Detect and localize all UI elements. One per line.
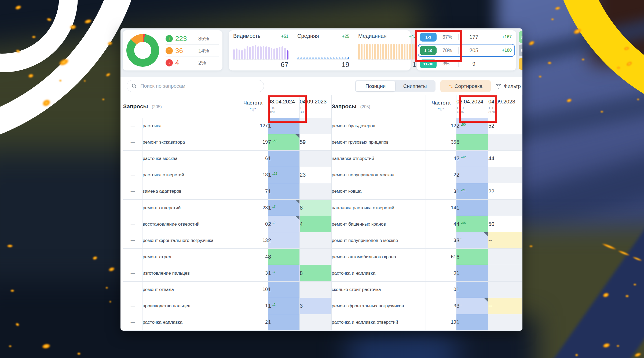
- query-row[interactable]: — ремонт экскаватора 19 7▴52 59: [123, 134, 331, 150]
- query-row[interactable]: — расточка отверстий 18 1▴22 23: [123, 167, 331, 183]
- query-row[interactable]: наплавка расточка отверстий 14 1: [332, 200, 522, 216]
- position-delta: ▴50: [461, 123, 466, 126]
- position-delta: ▴21: [461, 188, 466, 192]
- position-cell-previous: [488, 167, 522, 183]
- query-row[interactable]: — расточка 127 1: [123, 118, 331, 134]
- query-cell: расточка отверстий: [142, 167, 238, 183]
- row-drag-handle[interactable]: —: [123, 167, 142, 183]
- query-row[interactable]: ремонт полуприцепов в москве 3 3↑ --: [332, 232, 522, 249]
- query-row[interactable]: — расточка наплавка 2 1: [123, 314, 331, 330]
- query-cell: производство пальцев: [142, 298, 238, 314]
- position-cell-previous: [299, 249, 331, 265]
- metric-value: 19: [342, 61, 349, 69]
- median-bar: [364, 44, 365, 59]
- sort-button[interactable]: ↑↓ Сортировка: [440, 80, 491, 92]
- query-cell: ремонт бульдозеров: [332, 118, 426, 134]
- top-filter-chip[interactable]: [519, 58, 522, 70]
- position-delta: ▴22: [272, 172, 277, 176]
- visibility-bar: [257, 46, 259, 59]
- summary-row-up: ↑ 223 85%: [166, 33, 219, 45]
- row-drag-handle[interactable]: —: [123, 118, 142, 134]
- range-delta: +167: [502, 35, 512, 39]
- row-drag-handle[interactable]: —: [123, 216, 142, 232]
- visibility-bar: [276, 48, 278, 59]
- range-percent: 3%: [442, 61, 449, 67]
- position-cell-current: 2▴42: [456, 150, 488, 167]
- query-row[interactable]: ремонт грузовых прицепов 35 5: [332, 134, 522, 150]
- metric-value: 67: [281, 61, 288, 69]
- filter-button[interactable]: Фильтр: [496, 80, 521, 92]
- filter-label: Фильтр: [504, 83, 521, 89]
- query-row[interactable]: ремонт бульдозеров 12 2▴50 52: [332, 118, 522, 134]
- row-drag-handle[interactable]: —: [123, 281, 142, 298]
- bokeh-spark: [575, 354, 578, 356]
- queries-table-right: Запросы(205) Частота"Ч" 03.04.20241-1078…: [332, 95, 522, 331]
- query-row[interactable]: — ремонт стрел 4 8: [123, 249, 331, 265]
- metric-title: Средняя: [297, 33, 319, 39]
- median-bar: [380, 44, 381, 59]
- date-column-header-previous[interactable]: 04.09.20231-1030%: [299, 95, 331, 118]
- row-drag-handle[interactable]: —: [123, 232, 142, 249]
- query-row[interactable]: сколько стоит расточка 0 1: [332, 281, 522, 298]
- row-drag-handle[interactable]: —: [123, 183, 142, 200]
- query-row[interactable]: наплавка отверстий 4 2▴42 44: [332, 150, 522, 167]
- median-bar: [398, 44, 400, 59]
- query-row[interactable]: — расточка москва 6 1: [123, 150, 331, 167]
- position-cell-current: 3↑: [456, 298, 488, 314]
- row-drag-handle[interactable]: —: [123, 134, 142, 150]
- query-row[interactable]: расточка и наплавка отверстий 19 1: [332, 314, 522, 330]
- query-row[interactable]: — замена адаптеров 7 1: [123, 183, 331, 200]
- range-chip-1-10[interactable]: 1-10: [420, 46, 437, 55]
- position-cell-previous: 8: [299, 265, 331, 281]
- query-row[interactable]: расточка и наплавка 0 1: [332, 265, 522, 281]
- query-row[interactable]: — изготовление пальцев 3 1▴7 8: [123, 265, 331, 281]
- median-bar: [409, 44, 411, 59]
- date-column-header-current[interactable]: 03.04.20241-1078%: [268, 95, 300, 118]
- row-drag-handle[interactable]: —: [123, 150, 142, 167]
- top-filter-chip[interactable]: 5: [519, 44, 522, 56]
- query-row[interactable]: ремонт башенных кранов 4 4▴46 50: [332, 216, 522, 232]
- query-cell: ремонт башенных кранов: [332, 216, 426, 232]
- query-row[interactable]: — ремонт фронтального погрузчика 13 2: [123, 232, 331, 249]
- frequency-cell: 61: [426, 249, 456, 265]
- visibility-bar: [279, 47, 280, 59]
- summary-count: 223: [175, 35, 198, 43]
- query-row[interactable]: — восстановление отверстий 0 2▴2 4: [123, 216, 331, 232]
- query-row[interactable]: — ремонт отвала 10 1: [123, 281, 331, 298]
- frequency-cell: 3: [426, 298, 456, 314]
- position-cell-current: 1▴22: [268, 167, 300, 183]
- frequency-cell: 127: [238, 118, 268, 134]
- row-drag-handle[interactable]: —: [123, 249, 142, 265]
- frequency-cell: 13: [238, 232, 268, 249]
- metric-median: Медианная +43 1: [354, 30, 420, 70]
- position-range-row[interactable]: 1-3 67% 177 +167: [417, 30, 516, 44]
- top-filter-chip[interactable]: 3: [519, 31, 522, 43]
- query-cell: ремонт отвала: [142, 281, 238, 298]
- visibility-bar: [260, 46, 262, 59]
- frequency-header[interactable]: Частота"Ч": [426, 95, 456, 118]
- query-row[interactable]: ремонт ковша 3 1▴21 22: [332, 183, 522, 200]
- tab-positions[interactable]: Позиции: [356, 81, 395, 91]
- row-drag-handle[interactable]: —: [123, 265, 142, 281]
- position-range-row[interactable]: 11-30 3% 9 --: [417, 57, 516, 70]
- position-delta: ▴42: [461, 155, 466, 159]
- range-chip-1-3[interactable]: 1-3: [420, 33, 437, 42]
- frequency-header[interactable]: Частота"Ч": [238, 95, 268, 118]
- position-cell-previous: 44: [488, 150, 522, 167]
- tab-snippets[interactable]: Сниппеты: [395, 81, 435, 91]
- position-delta: ▴52: [272, 139, 277, 143]
- row-drag-handle[interactable]: —: [123, 314, 142, 330]
- position-range-row[interactable]: 1-10 78% 205 +180: [417, 44, 516, 57]
- query-row[interactable]: — производство пальцев 1 1▴2 3: [123, 298, 331, 314]
- query-row[interactable]: ремонт полуприцепов москва 2 2: [332, 167, 522, 183]
- search-input[interactable]: [140, 83, 264, 89]
- query-row[interactable]: ремонт автомобильного крана 61 6: [332, 249, 522, 265]
- query-row[interactable]: ремонт фронтальных погрузчиков 3 3↑ --: [332, 298, 522, 314]
- range-chip-11-30[interactable]: 11-30: [420, 59, 437, 68]
- up-circle-icon: ↑: [166, 35, 173, 42]
- row-drag-handle[interactable]: —: [123, 298, 142, 314]
- row-drag-handle[interactable]: —: [123, 200, 142, 216]
- query-row[interactable]: — ремонт отверстий 23 1▴7 8: [123, 200, 331, 216]
- date-column-header-current[interactable]: 03.04.20241-1078%: [456, 95, 488, 118]
- date-column-header-previous[interactable]: 04.09.20231-1030%: [488, 95, 522, 118]
